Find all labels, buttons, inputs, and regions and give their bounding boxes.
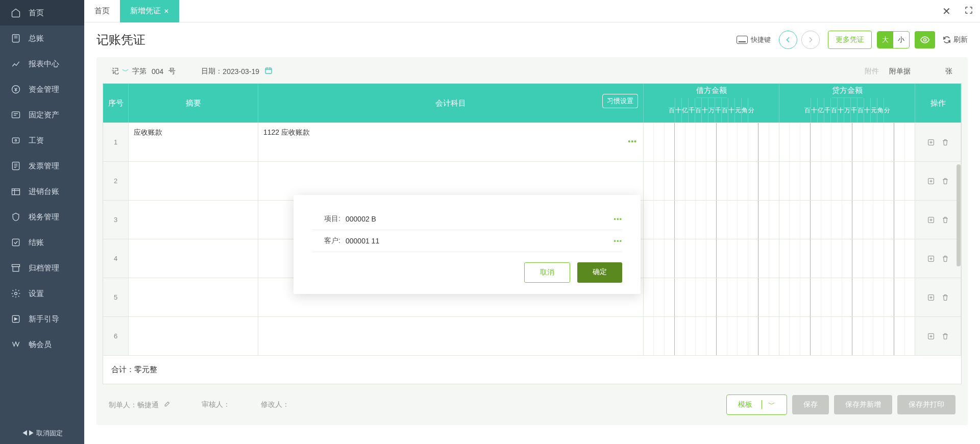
size-small-button[interactable]: 小 (893, 32, 909, 48)
credit-cell[interactable] (779, 123, 915, 161)
tab-home[interactable]: 首页 (84, 0, 120, 22)
sidebar-item-guide[interactable]: 新手引导 (0, 306, 84, 332)
voucher-number[interactable]: 004 (152, 67, 163, 76)
sidebar-item-invoice[interactable]: 发票管理 (0, 153, 84, 179)
salary-icon (10, 135, 21, 146)
row-seq: 4 (103, 239, 129, 278)
ok-button[interactable]: 确定 (577, 262, 622, 283)
size-large-button[interactable]: 大 (877, 32, 893, 48)
account-cell[interactable] (258, 162, 644, 200)
customer-picker-button[interactable]: ••• (614, 237, 622, 245)
sidebar-pin-toggle[interactable]: ◀▶ 取消固定 (0, 423, 84, 444)
calendar-icon (264, 66, 273, 76)
add-row-icon[interactable] (927, 332, 935, 340)
cancel-button[interactable]: 取消 (524, 262, 570, 283)
debit-cell[interactable] (644, 123, 779, 161)
project-picker-button[interactable]: ••• (614, 215, 622, 223)
save-new-button[interactable]: 保存并新增 (834, 395, 892, 414)
debit-cell[interactable] (644, 239, 779, 278)
delete-row-icon[interactable] (941, 138, 949, 146)
save-print-button[interactable]: 保存并打印 (897, 395, 955, 414)
sidebar-item-assets[interactable]: 固定资产 (0, 102, 84, 128)
add-row-icon[interactable] (927, 216, 935, 224)
sidebar-item-settings[interactable]: 设置 (0, 281, 84, 306)
debit-cell[interactable] (644, 278, 779, 316)
window-close-button[interactable]: ✕ (935, 5, 958, 17)
credit-cell[interactable] (779, 278, 915, 316)
account-cell[interactable]: 1122 应收账款••• (258, 123, 644, 161)
add-row-icon[interactable] (927, 293, 935, 302)
sidebar-item-archive[interactable]: 归档管理 (0, 255, 84, 281)
sidebar-item-reports[interactable]: 报表中心 (0, 51, 84, 77)
account-picker-button[interactable]: ••• (628, 137, 637, 145)
row-ops (915, 239, 961, 278)
summary-cell[interactable] (129, 201, 258, 239)
toolbar: 记账凭证 快捷键 更多凭证 大 小 刷新 (84, 22, 980, 57)
row-seq: 3 (103, 201, 129, 239)
sidebar-item-inventory[interactable]: 进销台账 (0, 179, 84, 204)
habit-settings-button[interactable]: 习惯设置 (602, 94, 638, 108)
credit-cell[interactable] (779, 317, 915, 355)
sidebar-item-vip[interactable]: 畅会员 (0, 332, 84, 357)
shortcut-key-button[interactable]: 快捷键 (737, 35, 771, 44)
sidebar-item-label: 工资 (29, 136, 44, 145)
delete-row-icon[interactable] (941, 332, 949, 340)
summary-cell[interactable]: 应收账款 (129, 123, 258, 161)
voucher-type-select[interactable]: 记﹀ (112, 67, 129, 76)
sidebar-item-home[interactable]: 首页 (0, 0, 84, 26)
sidebar-item-label: 首页 (29, 8, 44, 18)
add-row-icon[interactable] (927, 138, 935, 146)
summary-cell[interactable] (129, 278, 258, 316)
save-button[interactable]: 保存 (792, 395, 829, 414)
sidebar-item-tax[interactable]: 税务管理 (0, 204, 84, 230)
th-credit: 贷方金额 百十亿千百十万千百十元角分 (779, 84, 915, 122)
refresh-button[interactable]: 刷新 (942, 35, 968, 44)
add-row-icon[interactable] (927, 177, 935, 185)
sidebar-item-salary[interactable]: 工资 (0, 128, 84, 153)
credit-cell[interactable] (779, 239, 915, 278)
tax-icon (10, 211, 21, 223)
attach-button[interactable]: 附件 (865, 67, 879, 76)
sidebar-item-closing[interactable]: 结账 (0, 230, 84, 255)
delete-row-icon[interactable] (941, 216, 949, 224)
sidebar-item-ledger[interactable]: 总账 (0, 26, 84, 51)
voucher-date-picker[interactable]: 日期： 2023-03-19 (201, 66, 273, 76)
slip-unit: 张 (945, 67, 952, 76)
summary-cell[interactable] (129, 239, 258, 278)
more-vouchers-button[interactable]: 更多凭证 (828, 31, 872, 49)
sidebar-item-label: 报表中心 (29, 59, 59, 69)
slip-label: 附单据 (889, 67, 911, 76)
debit-cell[interactable] (644, 317, 779, 355)
edit-icon[interactable] (164, 401, 171, 409)
debit-cell[interactable] (644, 162, 779, 200)
delete-row-icon[interactable] (941, 293, 949, 302)
row-ops (915, 278, 961, 316)
sidebar-item-funds[interactable]: 资金管理 (0, 77, 84, 102)
add-row-icon[interactable] (927, 255, 935, 263)
sidebar-item-label: 归档管理 (29, 263, 59, 273)
inventory-icon (10, 186, 21, 197)
account-cell[interactable] (258, 317, 644, 355)
guide-icon (10, 313, 21, 325)
credit-cell[interactable] (779, 162, 915, 200)
svg-rect-7 (12, 239, 19, 245)
credit-cell[interactable] (779, 201, 915, 239)
scrollbar[interactable] (957, 164, 961, 348)
summary-cell[interactable] (129, 317, 258, 355)
project-input[interactable]: 000002 B (340, 215, 614, 223)
customer-input[interactable]: 000001 11 (340, 237, 614, 245)
prev-voucher-button[interactable] (779, 31, 797, 49)
next-voucher-button[interactable] (801, 31, 820, 49)
delete-row-icon[interactable] (941, 255, 949, 263)
visibility-toggle-button[interactable] (915, 31, 935, 48)
popup-customer-row: 客户: 000001 11 ••• (312, 230, 622, 252)
gear-icon (10, 288, 21, 299)
tab-new-voucher[interactable]: 新增凭证 ✕ (120, 0, 179, 22)
delete-row-icon[interactable] (941, 177, 949, 185)
expand-icon[interactable] (958, 6, 980, 16)
svg-point-10 (15, 292, 17, 295)
template-button[interactable]: 模板 ﹀ (726, 394, 787, 415)
summary-cell[interactable] (129, 162, 258, 200)
debit-cell[interactable] (644, 201, 779, 239)
close-icon[interactable]: ✕ (164, 8, 169, 15)
